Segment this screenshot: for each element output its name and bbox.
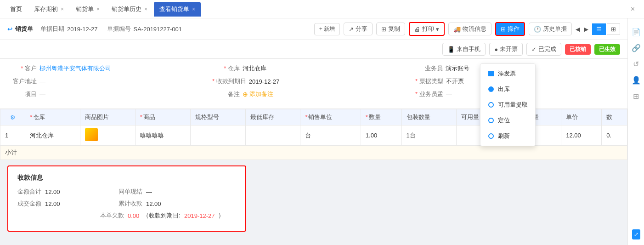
- tab-sales[interactable]: 销货单 ×: [70, 2, 105, 17]
- tab-view-sales-label: 查看销货单: [159, 5, 189, 13]
- doc-title-text: 销货单: [15, 25, 33, 33]
- grid-view-button[interactable]: ⊞: [607, 23, 620, 35]
- sidebar-link-icon[interactable]: 🔗: [632, 44, 641, 52]
- row-warehouse: 河北仓库: [25, 125, 80, 146]
- right-sidebar: 📄 🔗 ↺ 👤 ⊞ ⤢: [627, 18, 644, 245]
- note-field: 备注 ⊕ 添加备注: [212, 90, 415, 98]
- dropdown-refresh-label: 刷新: [498, 132, 510, 140]
- nav-prev-arrow[interactable]: ◀: [576, 26, 580, 33]
- copy-icon: ⊞: [381, 26, 386, 33]
- col-unit: *销售单位: [300, 109, 361, 125]
- dropdown-available-qty-label: 可用量提取: [498, 101, 528, 109]
- doc-header: ↩ 销货单 单据日期 2019-12-27 单据编号 SA-20191227-0…: [0, 18, 627, 40]
- project-field: 项目 —: [9, 90, 212, 98]
- sold-badge: 已核销: [565, 44, 591, 55]
- tab-sales-close[interactable]: ×: [96, 6, 100, 12]
- phone-icon: 📱: [447, 46, 455, 53]
- share-button[interactable]: ↗ 分享: [344, 23, 373, 35]
- row-price: 12.00: [561, 125, 602, 146]
- payment-date-label: * 收款到期日: [212, 77, 246, 85]
- operation-button[interactable]: ⊞ 操作: [495, 22, 525, 36]
- tab-home[interactable]: 首页: [5, 2, 28, 17]
- confirm-button[interactable]: ✓ 已完成: [526, 43, 561, 56]
- current-owed-value: 0.00: [128, 212, 139, 219]
- ticket-icon: ●: [494, 46, 498, 53]
- dropdown-add-invoice[interactable]: 添发票: [480, 66, 535, 81]
- doc-actions: + 新增 ↗ 分享 ⊞ 复制 🖨 打印 ▾ 🚚 物流信息: [314, 22, 620, 36]
- project-value: —: [40, 91, 45, 98]
- receipt-title: 收款信息: [17, 174, 236, 182]
- tab-view-sales[interactable]: 查看销货单 ×: [154, 2, 201, 17]
- due-date-note: （收款到期日:: [143, 211, 181, 220]
- total-amount-item: 金额合计 12.00: [17, 188, 100, 196]
- note-label: 备注: [212, 90, 240, 98]
- tab-inventory[interactable]: 库存期初 ×: [28, 2, 69, 17]
- add-note-button[interactable]: ⊕ 添加备注: [243, 90, 273, 98]
- new-button[interactable]: + 新增: [314, 23, 340, 35]
- col-pack-qty: 包装数量: [401, 109, 457, 125]
- due-date-value: 2019-12-27: [184, 212, 215, 219]
- customer-value[interactable]: 柳州粤港平安气体有限公司: [40, 64, 111, 73]
- tab-history[interactable]: 销货单历史 ×: [106, 2, 153, 17]
- current-owed-label: 本单欠款: [100, 211, 124, 220]
- doc-date-item: 单据日期 2019-12-27: [40, 25, 98, 33]
- print-button[interactable]: 🖨 打印 ▾: [409, 22, 445, 36]
- print-dropdown-arrow: ▾: [436, 26, 439, 33]
- sidebar-expand-icon[interactable]: ⤢: [632, 229, 640, 239]
- doc-no-label: 单据编号: [107, 25, 131, 33]
- staff-label: 业务员: [415, 64, 443, 73]
- print-icon: 🖨: [414, 26, 420, 33]
- doc-meta: 单据日期 2019-12-27 单据编号 SA-20191227-001: [40, 25, 307, 33]
- share-icon: ↗: [349, 26, 354, 33]
- operation-dropdown: 添发票 出库 可用量提取 定位 刷新: [480, 63, 536, 146]
- dropdown-locate[interactable]: 定位: [480, 113, 535, 128]
- sales-staff-label: * 业务员孟: [415, 90, 443, 98]
- same-order-value: —: [146, 188, 152, 195]
- window-close-button[interactable]: ×: [626, 5, 639, 13]
- tab-history-label: 销货单历史: [112, 5, 141, 13]
- product-image: [85, 128, 98, 141]
- dropdown-outbound[interactable]: 出库: [480, 81, 535, 97]
- not-open-button[interactable]: ● 未开票: [489, 43, 523, 56]
- dropdown-outbound-label: 出库: [498, 85, 510, 93]
- dropdown-add-invoice-label: 添发票: [498, 69, 516, 78]
- row-qty: 1.00: [361, 125, 401, 146]
- transaction-amount-item: 成交金额 12.00: [17, 199, 100, 208]
- dropdown-available-qty[interactable]: 可用量提取: [480, 97, 535, 113]
- doc-date-label: 单据日期: [40, 25, 64, 33]
- doc-title-icon: ↩: [7, 26, 12, 33]
- sidebar-rotate-icon[interactable]: ↺: [633, 60, 639, 68]
- sidebar-document-icon[interactable]: 📄: [632, 28, 641, 36]
- payment-date-field: * 收款到期日 2019-12-27: [212, 77, 415, 85]
- dropdown-refresh[interactable]: 刷新: [480, 128, 535, 144]
- payment-date-value: 2019-12-27: [249, 78, 280, 85]
- list-view-button[interactable]: ☰: [592, 23, 606, 35]
- col-qty: *数量: [361, 109, 401, 125]
- transaction-amount-value: 12.00: [45, 200, 60, 207]
- tab-inventory-label: 库存期初: [34, 5, 58, 13]
- customer-label: * 客户: [9, 64, 37, 73]
- refresh-icon: [488, 133, 494, 139]
- tab-view-sales-close[interactable]: ×: [192, 6, 195, 12]
- doc-date-value: 2019-12-27: [67, 26, 98, 33]
- tab-history-close[interactable]: ×: [144, 6, 147, 12]
- from-phone-button[interactable]: 📱 来自手机: [442, 43, 486, 56]
- invoice-icon: [488, 70, 494, 77]
- row-amount: 0.: [602, 125, 627, 146]
- sidebar-user-icon[interactable]: 👤: [632, 76, 641, 85]
- copy-button[interactable]: ⊞ 复制: [376, 23, 405, 35]
- history-button[interactable]: 🕐 历史单据: [529, 23, 572, 35]
- tab-bar: 首页 库存期初 × 销货单 × 销货单历史 × 查看销货单 × ×: [0, 0, 644, 18]
- tab-inventory-close[interactable]: ×: [61, 6, 64, 12]
- col-settings[interactable]: ⚙: [0, 109, 25, 125]
- same-order-item: 同单现结 —: [119, 188, 201, 196]
- logistics-button[interactable]: 🚚 物流信息: [448, 23, 491, 35]
- nav-next-arrow[interactable]: ▶: [584, 26, 588, 33]
- staff-value: 演示账号: [446, 64, 469, 73]
- toolbar-row: 📱 来自手机 ● 未开票 ✓ 已完成 已核销 已生效: [0, 40, 627, 59]
- address-value: —: [40, 78, 45, 85]
- total-amount-value: 12.00: [45, 188, 60, 195]
- dropdown-locate-label: 定位: [498, 116, 510, 125]
- sidebar-grid-icon[interactable]: ⊞: [633, 92, 639, 101]
- row-spec: [190, 125, 245, 146]
